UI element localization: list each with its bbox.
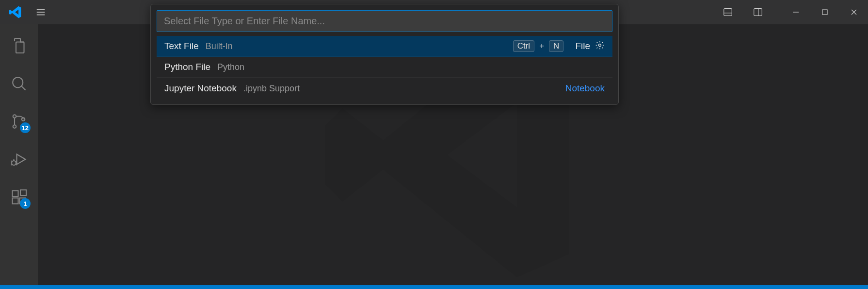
svg-line-21 [11,165,12,166]
quick-pick-item-description: .ipynb Support [243,84,300,94]
svg-rect-26 [20,190,26,196]
svg-point-13 [13,115,16,118]
status-bar [0,285,868,289]
quick-pick-item[interactable]: Jupyter Notebook .ipynb Support Notebook [157,78,612,99]
svg-line-20 [16,161,16,162]
keybinding-mod: Ctrl [513,40,534,52]
quick-pick: Text File Built-In Ctrl + N File Python … [150,4,619,105]
quick-pick-input-wrap [157,10,612,32]
svg-point-14 [13,125,16,128]
gear-icon[interactable] [595,40,605,52]
minimize-button[interactable] [782,0,810,24]
quick-pick-item[interactable]: Python File Python [157,57,612,78]
extensions-badge: 1 [20,198,31,209]
quick-pick-item-label: Jupyter Notebook [164,83,237,94]
quick-pick-item-description: Built-In [206,41,233,51]
svg-rect-5 [754,9,762,16]
explorer-tab[interactable] [4,31,33,60]
svg-point-11 [13,77,23,87]
scm-badge: 12 [20,122,31,133]
quick-pick-item-label: Python File [164,62,210,72]
quick-pick-item[interactable]: Text File Built-In Ctrl + N File [157,36,612,57]
svg-rect-3 [724,9,732,16]
quick-pick-list: Text File Built-In Ctrl + N File Python … [157,36,612,99]
app-logo [0,5,31,19]
layout-controls [714,0,772,24]
toggle-sidebar-icon[interactable] [744,0,772,24]
quick-pick-item-category: File [575,41,590,51]
activity-bar: 12 1 [0,24,38,285]
run-debug-tab[interactable] [4,145,33,174]
quick-pick-item-link: Notebook [565,83,605,94]
quick-pick-item-description: Python [217,62,244,72]
menu-button[interactable] [31,2,50,22]
svg-point-17 [12,161,16,165]
keybinding-key: N [549,40,563,52]
svg-marker-16 [17,154,26,165]
source-control-tab[interactable]: 12 [4,107,33,136]
svg-rect-23 [13,191,18,197]
maximize-button[interactable] [811,0,839,24]
close-button[interactable] [840,0,868,24]
toggle-panel-icon[interactable] [714,0,742,24]
window-controls [782,0,868,24]
svg-line-12 [21,86,25,90]
svg-rect-8 [822,10,827,15]
extensions-tab[interactable]: 1 [4,183,33,212]
svg-point-27 [599,44,601,46]
quick-pick-item-right: Notebook [565,83,605,94]
quick-pick-item-label: Text File [164,41,199,51]
quick-pick-item-right: Ctrl + N File [513,40,605,52]
quick-pick-input[interactable] [157,11,612,32]
keybinding-plus: + [539,41,544,51]
svg-line-19 [11,161,12,162]
svg-rect-24 [13,198,18,204]
search-tab[interactable] [4,69,33,98]
svg-line-22 [16,165,16,166]
